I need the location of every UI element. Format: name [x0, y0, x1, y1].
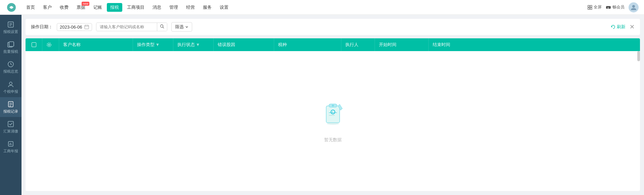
vip-label: 畅会员: [612, 4, 625, 10]
nav-items: 首页客户收费票据new记账报税工商项目消息管理经营服务设置: [23, 3, 588, 12]
svg-point-33: [48, 44, 50, 46]
svg-point-1: [10, 6, 12, 8]
th-executor: 执行人: [341, 38, 375, 51]
svg-point-37: [332, 105, 334, 107]
sidebar-item-tax-overview[interactable]: 报税总览: [0, 57, 22, 77]
th-checkbox[interactable]: [26, 38, 42, 51]
sidebar-label: 汇算清缴: [3, 129, 18, 133]
sidebar-item-settlement[interactable]: 汇算清缴: [0, 117, 22, 137]
nav-item-服务[interactable]: 服务: [200, 3, 215, 12]
nav-item-设置[interactable]: 设置: [216, 3, 232, 12]
date-label: 操作日期：: [31, 24, 53, 30]
svg-rect-4: [588, 8, 590, 9]
nav-item-客户[interactable]: 客户: [40, 3, 55, 12]
filter-icon-2: [196, 43, 200, 46]
close-button[interactable]: ✕: [630, 24, 635, 30]
svg-rect-14: [9, 42, 14, 46]
filter-button[interactable]: 筛选: [171, 22, 192, 32]
main-layout: 报税设置批量报税报税总览个税申报报税记录汇算清缴工商年报 操作日期： 2023-…: [0, 15, 644, 195]
th-execute-status: 执行状态: [173, 38, 214, 51]
fullscreen-button[interactable]: 全屏: [588, 4, 602, 10]
filter-bar: 操作日期： 2023-06-06: [26, 19, 640, 35]
svg-rect-3: [590, 5, 592, 7]
svg-point-31: [160, 25, 163, 28]
fullscreen-label: 全屏: [594, 4, 602, 10]
select-all-checkbox[interactable]: [32, 42, 36, 47]
svg-point-34: [47, 43, 51, 47]
content-area: 操作日期： 2023-06-06: [22, 15, 644, 195]
sidebar-label: 工商年报: [3, 149, 18, 153]
refresh-button[interactable]: 刷新: [611, 24, 626, 30]
th-end-time: 结束时间: [429, 38, 469, 51]
calendar-icon: [84, 25, 89, 29]
sidebar-label: 报税总览: [3, 69, 18, 74]
th-client-name: 客户名称: [59, 38, 133, 51]
svg-line-32: [163, 27, 164, 29]
date-value: 2023-06-06: [60, 25, 82, 30]
table-header: 客户名称 操作类型 执行状态 错误股因: [26, 38, 640, 51]
empty-state: ! 暂无数据: [316, 99, 350, 143]
data-table: 客户名称 操作类型 执行状态 错误股因: [26, 38, 640, 191]
nav-item-经营[interactable]: 经营: [183, 3, 198, 12]
date-picker[interactable]: 2023-06-06: [57, 23, 92, 31]
svg-rect-18: [8, 102, 13, 107]
th-settings[interactable]: [42, 38, 59, 51]
search-input[interactable]: [96, 23, 157, 31]
refresh-icon: [611, 25, 615, 29]
search-box: [96, 23, 167, 31]
sidebar-item-batch-tax[interactable]: 批量报税: [0, 37, 22, 57]
empty-text: 暂无数据: [324, 137, 342, 143]
filter-label-text: 筛选: [175, 24, 184, 30]
app-logo[interactable]: [5, 1, 17, 13]
th-start-time: 开始时间: [375, 38, 429, 51]
sidebar-label: 报税记录: [3, 109, 18, 114]
svg-rect-5: [590, 8, 592, 9]
sidebar: 报税设置批量报税报税总览个税申报报税记录汇算清缴工商年报: [0, 15, 22, 195]
nav-item-报税[interactable]: 报税: [107, 3, 122, 12]
sidebar-item-tax-record[interactable]: 报税记录: [0, 97, 22, 117]
top-navigation: 首页客户收费票据new记账报税工商项目消息管理经营服务设置 全屏 ▶ 畅会员: [0, 0, 644, 15]
svg-point-17: [9, 82, 12, 85]
nav-item-票据[interactable]: 票据new: [73, 3, 89, 12]
chevron-down-icon: [185, 25, 188, 29]
nav-item-消息[interactable]: 消息: [149, 3, 165, 12]
svg-text:!: !: [332, 111, 333, 114]
th-error-reason: 错误股因: [214, 38, 274, 51]
nav-item-记账[interactable]: 记账: [90, 3, 105, 12]
th-tax-type: 税种: [274, 38, 341, 51]
th-operation-type: 操作类型: [133, 38, 173, 51]
user-avatar[interactable]: [629, 2, 639, 12]
svg-rect-27: [85, 25, 89, 29]
sidebar-item-personal-tax[interactable]: 个税申报: [0, 77, 22, 97]
gear-icon: [46, 42, 52, 47]
svg-point-44: [327, 123, 339, 125]
filter-icon: [156, 43, 159, 46]
vip-button[interactable]: ▶ 畅会员: [606, 4, 625, 10]
empty-illustration: !: [316, 99, 350, 133]
svg-rect-22: [8, 121, 13, 127]
table-body: ! 暂无数据: [26, 51, 640, 191]
svg-point-8: [632, 5, 635, 8]
search-icon: [160, 24, 164, 29]
sidebar-item-annual-report[interactable]: 工商年报: [0, 137, 22, 157]
nav-item-管理[interactable]: 管理: [166, 3, 181, 12]
top-right: 全屏 ▶ 畅会员: [588, 2, 639, 12]
refresh-label: 刷新: [617, 24, 626, 30]
sidebar-label: 批量报税: [3, 49, 18, 54]
nav-item-工商项目[interactable]: 工商项目: [124, 3, 148, 12]
svg-text:▶: ▶: [608, 7, 609, 9]
nav-item-首页[interactable]: 首页: [23, 3, 38, 12]
scrollbar[interactable]: [637, 51, 640, 61]
sidebar-item-tax-settings[interactable]: 报税设置: [0, 17, 22, 37]
sidebar-label: 报税设置: [3, 30, 18, 34]
nav-item-收费[interactable]: 收费: [56, 3, 72, 12]
svg-rect-2: [588, 5, 590, 7]
search-button[interactable]: [157, 23, 167, 31]
sidebar-label: 个税申报: [3, 89, 18, 94]
